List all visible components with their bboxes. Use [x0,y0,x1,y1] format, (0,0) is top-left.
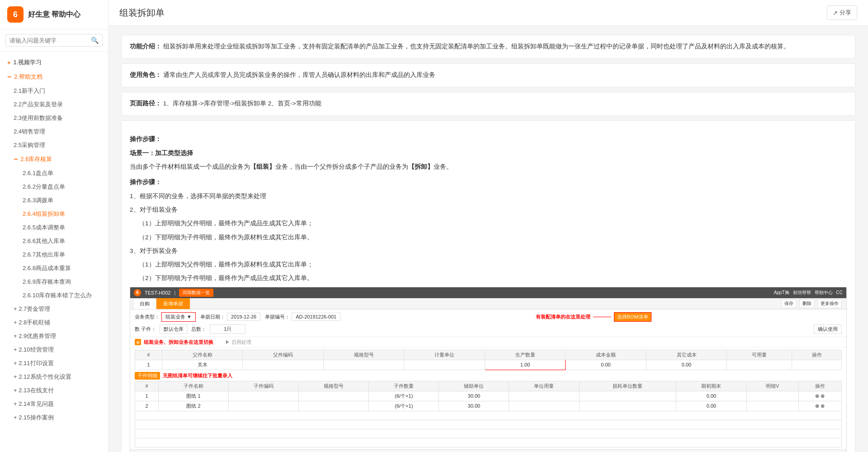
mock-tab-actions: 保存 删除 更多操作 [190,298,844,309]
mock-crow2-qty: (6/个+1) [369,401,439,411]
mock-top-right: AppT胸 初培帮帮 帮助中心 CC [774,290,843,296]
mock-child-row-6 [135,438,842,447]
step2: 2、对于组装业务 [130,205,847,215]
search-input[interactable] [9,37,91,44]
mock-btn-overview[interactable]: 同期数据一览 [179,289,213,297]
sidebar-item-docs-211[interactable]: + 2.11打印设置 [0,357,108,370]
sidebar-item-docs-264[interactable]: 2.6.4组装拆卸单 [0,207,108,221]
mock-btype-select[interactable]: 组装业务 ▼ [161,312,196,322]
mock-tab-xzjd[interactable]: 新增单据 [156,298,190,309]
main-area: 组装拆卸单 ↗ 分享 功能介绍： 组装拆卸单用来处理企业组装或拆卸等加工业务，支… [108,0,868,452]
sidebar-item-docs-262[interactable]: 2.6.2分量盘点单 [0,180,108,194]
mock-child-row-2: 2 图纸 2 (6/个+1) 30.00 0.00 [135,401,842,411]
mock-crow2-seq: 2 [135,401,159,411]
share-button[interactable]: ↗ 分享 [827,5,857,20]
sidebar-item-docs-210[interactable]: + 2.10经营管理 [0,343,108,357]
mock-date-label: 单据日期： [200,314,225,320]
mock-cth-ops: 操作 [798,381,841,391]
ops-steps-title: 操作步骤： [130,177,847,188]
mock-cth-name: 子件名称 [159,381,229,391]
mock-th-avail: 可用量 [727,350,792,360]
annotation4-text: 无图纸清单可继续往下批量录入 [163,372,232,379]
mock-cth-unit: 子件数量 [369,381,439,391]
mock-child-row-4 [135,420,842,429]
sidebar-item-docs-27[interactable]: + 2.7资金管理 [0,302,108,316]
mock-parent-other: 0.00 [646,360,726,370]
intro-text: 组装拆卸单用来处理企业组装或拆卸等加工业务，支持有固定装配清单的产品加工业务，也… [163,43,790,50]
mock-crow1-aux: 30.00 [439,391,509,401]
sidebar-item-docs-263[interactable]: 2.6.3调拨单 [0,194,108,207]
mock-cth-usage: 单位用量 [509,381,579,391]
sidebar-item-docs-268[interactable]: 2.6.8商品成本重算 [0,262,108,275]
mock-crow2-loss [579,401,676,411]
sidebar-item-docs-269[interactable]: 2.6.9库存账本查询 [0,275,108,289]
mock-child-row-5 [135,429,842,438]
sidebar-item-docs-25-label: 2.5采购管理 [14,141,45,149]
sidebar-item-docs-28[interactable]: + 2.8手机旺铺 [0,316,108,329]
sidebar-item-docs-269-label: 2.6.9库存账本查询 [23,278,71,286]
sidebar-item-docs-214[interactable]: + 2.14常见问题 [0,397,108,411]
sidebar-item-docs-261[interactable]: 2.6.1盘点单 [0,167,108,180]
sidebar-item-docs-22[interactable]: 2.2产品安装及登录 [0,98,108,111]
share-icon: ↗ [833,10,838,16]
sidebar-item-docs-212[interactable]: + 2.12系统个性化设置 [0,370,108,384]
mock-order-value: AD-20191226-001 [292,313,340,321]
mock-child-table: # 子件名称 子件编码 规格型号 子件数量 辅助单位 单位用量 损耗单位数量 期… [135,381,842,447]
mock-tab-zg[interactable]: 自购 [133,298,156,309]
sidebar-item-docs-2610[interactable]: 2.6.10库存账本错了怎么办 [0,289,108,302]
sidebar-item-docs-265[interactable]: 2.6.5成本调整单 [0,221,108,234]
mock-crow1-loss [579,391,676,401]
sidebar-item-docs-24[interactable]: 2.4销售管理 [0,125,108,138]
mock-section-icon: ⊕ [135,339,141,345]
sidebar-item-docs-263-label: 2.6.3调拨单 [23,196,53,205]
mock-cth-aux: 辅助单位 [439,381,509,391]
mock-parent-row: 1 关木 1.00 0.00 0.00 [135,360,842,370]
mock-cth-loss: 损耗单位数量 [579,381,676,391]
sidebar-item-docs-266[interactable]: 2.6.6其他入库单 [0,234,108,248]
sidebar-item-docs-215[interactable]: + 2.15操作案例 [0,411,108,424]
mock-qty-value: 1只 [210,324,245,334]
minus-icon: − [7,73,11,81]
step3: 3、对于拆装业务 [130,246,847,257]
mock-bom-btn[interactable]: 选择BOM清单 [614,312,651,322]
role-block: 使用角色： 通常由生产人员或库管人员完成拆装业务的操作，库管人员确认原材料的出库… [121,63,855,87]
mock-parent-table-area: # 父件名称 父件编码 规格型号 计量单位 生产数量 成本金额 其它成本 可用量 [130,348,846,370]
sidebar-item-docs-26[interactable]: − 2.6库存核算 [0,152,108,167]
path-label: 页面路径： [130,100,161,107]
sidebar-item-docs-212-label: + 2.12系统个性化设置 [14,373,71,381]
mock-order-field: 单据编号： AD-20191226-001 [265,313,340,321]
sidebar-item-docs-23-label: 2.3使用前数据准备 [14,114,63,122]
sidebar-item-docs-label: 2.帮助文档 [14,73,42,81]
mock-sub-label: 数 子件： [135,326,156,333]
sidebar-item-docs-26-label: 2.6库存核算 [20,155,52,163]
sidebar-item-video[interactable]: + 1.视频学习 [0,55,108,70]
mock-action-save[interactable]: 保存 [781,299,797,308]
sidebar-item-docs-25[interactable]: 2.5采购管理 [0,138,108,152]
mock-confirm-btn[interactable]: 确认使用 [814,324,842,334]
sidebar-item-docs-21[interactable]: 2.1新手入门 [0,84,108,98]
plus-icon: + [7,59,11,66]
mock-action-more[interactable]: 更多操作 [817,299,842,308]
mock-tabs-row: 自购 新增单据 [133,298,190,309]
mock-cth-seq: # [135,381,159,391]
mock-parent-cost: 0.00 [566,360,646,370]
mock-crow1-seq: 1 [135,391,159,401]
sidebar-item-docs-27-label: + 2.7资金管理 [14,305,50,313]
mock-parent-qty: 1.00 [485,360,565,370]
mock-th-seq: # [135,350,162,360]
mock-th-pname: 父件名称 [162,350,242,360]
mock-user: CC [836,290,843,295]
sidebar-item-docs-213[interactable]: + 2.13在线支付 [0,384,108,397]
sidebar-item-docs-23[interactable]: 2.3使用前数据准备 [0,111,108,125]
mock-parent-name: 关木 [162,360,242,370]
logo-area: 6 好生意 帮助中心 [0,0,108,29]
annotation1-text: 有装配清单的在这里处理 [536,314,590,320]
sidebar-item-docs-29-label: + 2.9优惠券管理 [14,332,56,340]
step2-1: （1）上部明细为父件明细，最终作为产成品生成其它入库单； [130,218,847,229]
sidebar-item-docs[interactable]: − 2.帮助文档 [0,70,108,84]
intro-block: 功能介绍： 组装拆卸单用来处理企业组装或拆卸等加工业务，支持有固定装配清单的产品… [121,35,855,59]
search-icon[interactable]: 🔍 [91,37,99,44]
mock-action-del[interactable]: 删除 [799,299,815,308]
sidebar-item-docs-267[interactable]: 2.6.7其他出库单 [0,248,108,262]
sidebar-item-docs-29[interactable]: + 2.9优惠券管理 [0,329,108,343]
